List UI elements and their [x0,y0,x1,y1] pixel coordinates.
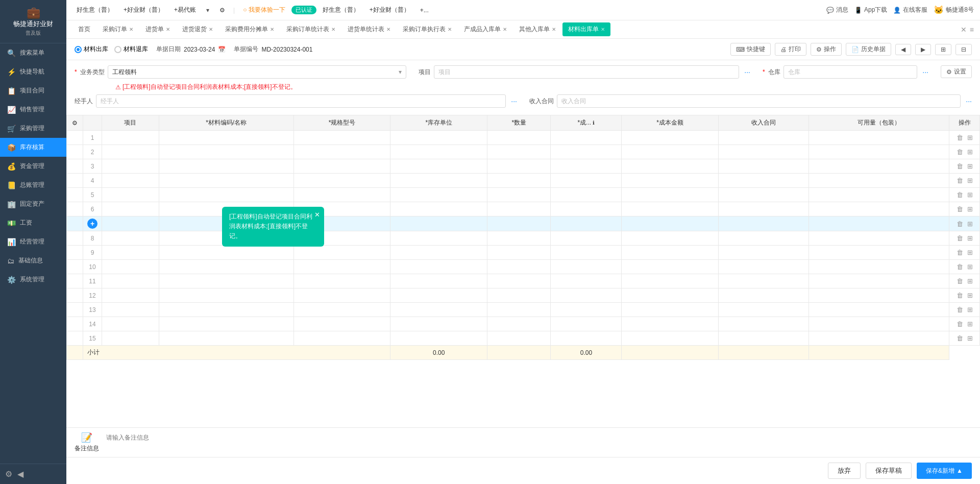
col-warehouse[interactable]: *库存单位 [390,115,487,131]
cell-income-contract[interactable] [719,174,809,188]
cell-available[interactable] [808,274,949,288]
cell-cost-amount[interactable] [622,145,719,159]
topbar-nav-item-2[interactable]: +易代账 [170,4,200,16]
cell-quantity[interactable] [487,303,551,317]
cell-project[interactable] [102,131,159,145]
cell-cost-amount[interactable] [622,174,719,188]
cell-cost-amount[interactable] [622,131,719,145]
cell-income-contract[interactable] [719,159,809,174]
cell-cost-amount[interactable] [622,231,719,246]
copy-icon[interactable]: ⊞ [966,133,974,142]
copy-icon[interactable]: ⊞ [966,161,974,171]
cell-warehouse[interactable] [390,145,487,159]
cell-available[interactable] [808,174,949,188]
tab-other-receipt[interactable]: 其他入库单 ✕ [513,22,561,36]
copy-icon[interactable]: ⊞ [966,276,974,286]
business-type-input[interactable]: 工程领料 ▾ [108,65,406,79]
cell-available[interactable] [808,188,949,202]
cell-spec[interactable] [293,246,390,260]
sidebar-item-sales[interactable]: 📈 销售管理 [0,100,66,119]
cell-available[interactable] [808,216,949,231]
draft-button[interactable]: 保存草稿 [866,463,912,479]
cell-quantity[interactable] [487,131,551,145]
col-income-contract[interactable]: 收入合同 [719,115,809,131]
delete-icon[interactable]: 🗑 [955,291,964,300]
cell-cost-price[interactable] [551,260,622,274]
save-button[interactable]: 保存&新增 ▲ [917,463,972,479]
cell-income-contract[interactable] [719,231,809,246]
cell-cost-amount[interactable] [622,260,719,274]
copy-icon[interactable]: ⊞ [966,190,974,200]
cell-cost-amount[interactable] [622,303,719,317]
cell-spec[interactable] [293,274,390,288]
cell-quantity[interactable] [487,188,551,202]
topbar-nav-item-0[interactable]: 好生意（普） [72,4,117,16]
cell-project[interactable] [102,145,159,159]
cell-spec[interactable] [293,317,390,331]
tab-close-icon[interactable]: ✕ [129,27,133,32]
cell-quantity[interactable] [487,288,551,303]
delete-icon[interactable]: 🗑 [955,262,964,272]
copy-icon[interactable]: ⊞ [966,176,974,185]
topbar-nav-more-1[interactable]: +好业财（普） [365,4,414,16]
cell-cost-amount[interactable] [622,288,719,303]
copy-icon[interactable]: ⊞ [966,262,974,272]
cell-income-contract[interactable] [719,145,809,159]
sidebar-settings-icon[interactable]: ⚙ [5,469,12,479]
project-input[interactable]: 项目 [434,65,739,79]
topbar-nav-item-1[interactable]: +好业财（普） [119,4,168,16]
discard-button[interactable]: 放弃 [828,463,861,479]
cell-project[interactable] [102,317,159,331]
cell-warehouse[interactable] [390,331,487,346]
cell-quantity[interactable] [487,260,551,274]
cell-cost-price[interactable] [551,174,622,188]
grid-view-btn[interactable]: ⊞ [935,44,951,55]
cell-cost-price[interactable] [551,202,622,216]
sidebar-item-ledger[interactable]: 📒 总账管理 [0,176,66,195]
delete-icon[interactable]: 🗑 [955,190,964,200]
cell-income-contract[interactable] [719,216,809,231]
cell-project[interactable] [102,288,159,303]
cell-quantity[interactable] [487,145,551,159]
tab-purchase-order[interactable]: 采购订单 ✕ [97,22,139,36]
cell-income-contract[interactable] [719,288,809,303]
sidebar-item-quick-nav[interactable]: ⚡ 快捷导航 [0,62,66,81]
delete-icon[interactable]: 🗑 [955,161,964,171]
cell-warehouse[interactable] [390,174,487,188]
cell-cost-price[interactable] [551,288,622,303]
cell-material[interactable] [159,331,293,346]
cell-income-contract[interactable] [719,274,809,288]
user-avatar[interactable]: 🐱 畅捷通8号 [934,5,974,15]
topbar-settings-icon[interactable]: ⚙ [215,5,229,16]
tab-goods-return[interactable]: 进货退货 ✕ [177,22,218,36]
add-row-button[interactable]: + [87,219,97,229]
tab-goods-receipt[interactable]: 进货单 ✕ [140,22,176,36]
cell-warehouse[interactable] [390,303,487,317]
cell-spec[interactable] [293,188,390,202]
tab-close-icon[interactable]: ✕ [209,27,213,32]
cell-warehouse[interactable] [390,216,487,231]
cell-cost-amount[interactable] [622,188,719,202]
cell-material[interactable] [159,246,293,260]
project-search-icon[interactable]: ··· [744,68,750,76]
warehouse-search-icon[interactable]: ··· [922,68,928,76]
cell-material[interactable] [159,317,293,331]
cell-warehouse[interactable] [390,260,487,274]
sidebar-item-finance[interactable]: 💰 资金管理 [0,157,66,176]
sidebar-item-business[interactable]: 📊 经营管理 [0,232,66,251]
sidebar-item-project-contract[interactable]: 📋 项目合同 [0,81,66,100]
cell-quantity[interactable] [487,331,551,346]
cell-material[interactable] [159,145,293,159]
delete-icon[interactable]: 🗑 [955,204,964,214]
cell-cost-price[interactable] [551,246,622,260]
tab-purchase-exec[interactable]: 采购订单执行表 ✕ [397,22,457,36]
cell-project[interactable] [102,159,159,174]
sidebar-item-payroll[interactable]: 💵 工资 [0,213,66,232]
tab-close-icon[interactable]: ✕ [386,27,390,32]
cell-material[interactable] [159,260,293,274]
delete-icon[interactable]: 🗑 [955,219,964,229]
cell-quantity[interactable] [487,317,551,331]
cell-cost-amount[interactable] [622,331,719,346]
tab-close-icon[interactable]: ✕ [166,27,170,32]
warehouse-input[interactable]: 仓库 [783,65,918,79]
